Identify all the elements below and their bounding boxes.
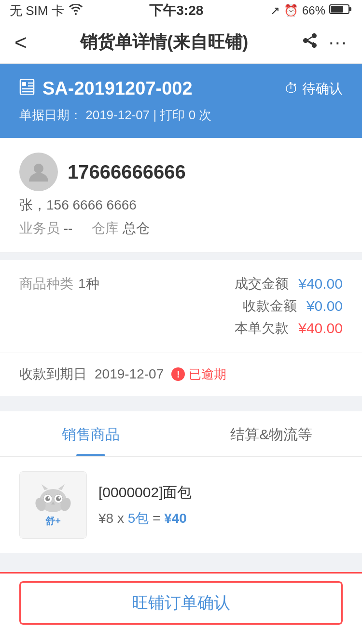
nav-bar: < 销货单详情(来自旺铺) ··· (0, 21, 362, 64)
divider-1 (0, 252, 362, 260)
nav-left: < (14, 30, 27, 55)
svg-point-14 (56, 496, 61, 501)
owed-amount: 本单欠款 ¥40.00 (235, 319, 343, 337)
status-left: 无 SIM 卡 (10, 2, 83, 19)
print-count: 0 (189, 108, 195, 122)
svg-marker-18 (42, 484, 48, 490)
status-right: ↗ ⏰ 66% (270, 3, 352, 18)
order-status: ⏱ 待确认 (285, 80, 343, 98)
svg-rect-2 (331, 6, 343, 13)
product-type-label: 商品种类 (19, 275, 73, 293)
customer-avatar (19, 153, 58, 191)
due-date-section: 收款到期日 2019-12-07 ! 已逾期 (0, 352, 362, 396)
date-label: 单据日期： (19, 108, 82, 122)
product-type-value: 1种 (78, 275, 99, 293)
svg-point-16 (58, 497, 60, 499)
wifi-icon (69, 3, 83, 18)
more-button[interactable]: ··· (329, 31, 348, 53)
print-suffix: 次 (199, 108, 211, 122)
overdue-text: 已逾期 (189, 366, 226, 383)
due-date-label: 收款到期日 (19, 365, 87, 383)
tab-settlement[interactable]: 结算&物流等 (181, 411, 362, 456)
battery-text: 66% (302, 4, 325, 17)
order-date-value: 2019-12-07 (85, 108, 150, 122)
financial-summary: 成交金额 ¥40.00 收款金额 ¥0.00 本单欠款 ¥40.00 (235, 275, 343, 337)
alarm-icon: ⏰ (284, 4, 298, 17)
product-name: [0000002]面包 (98, 483, 343, 503)
due-date-value: 2019-12-07 (95, 366, 164, 382)
order-id: SA-20191207-002 (19, 78, 193, 99)
warehouse-value: 总仓 (123, 221, 150, 236)
svg-point-13 (45, 496, 50, 501)
status-time: 下午3:28 (149, 1, 203, 20)
product-total: ¥40 (164, 511, 187, 526)
product-image: 舒+ (19, 471, 87, 539)
order-header: SA-20191207-002 ⏱ 待确认 单据日期： 2019-12-07 |… (0, 64, 362, 138)
warehouse-label: 仓库 (92, 221, 119, 236)
sales-value: -- (64, 221, 73, 236)
order-date-row: 单据日期： 2019-12-07 | 打印 0 次 (19, 107, 343, 124)
share-button[interactable] (302, 31, 319, 53)
status-bar: 无 SIM 卡 下午3:28 ↗ ⏰ 66% (0, 0, 362, 21)
tab-products[interactable]: 销售商品 (0, 411, 181, 456)
svg-marker-19 (58, 484, 65, 490)
nav-right: ··· (302, 31, 348, 53)
product-section: 舒+ [0000002]面包 ¥8 x 5包 = ¥40 (0, 457, 362, 553)
product-item: 舒+ [0000002]面包 ¥8 x 5包 = ¥40 (19, 471, 343, 539)
product-info: [0000002]面包 ¥8 x 5包 = ¥40 (98, 483, 343, 528)
equals-sign: = (149, 511, 164, 526)
bottom-bar: 旺铺订单确认 (0, 572, 362, 644)
transaction-amount: 成交金额 ¥40.00 (235, 275, 343, 293)
overdue-badge: ! 已逾期 (171, 366, 226, 383)
product-qty: 5包 (128, 511, 149, 526)
transaction-value: ¥40.00 (298, 276, 343, 292)
order-status-text: 待确认 (302, 80, 343, 98)
status-clock-icon: ⏱ (285, 81, 298, 97)
product-logo: 舒+ (34, 482, 72, 528)
overdue-icon: ! (171, 367, 185, 381)
received-amount: 收款金额 ¥0.00 (243, 297, 343, 315)
tabs-header: 销售商品 结算&物流等 (0, 411, 362, 457)
summary-section: 商品种类 1种 成交金额 ¥40.00 收款金额 ¥0.00 本单欠款 ¥40.… (0, 260, 362, 352)
battery-icon (329, 3, 352, 18)
product-price: ¥8 x 5包 = ¥40 (98, 509, 343, 528)
divider-2 (0, 396, 362, 404)
customer-phone: 17666666666 (68, 161, 186, 183)
svg-rect-4 (22, 82, 26, 86)
transaction-label: 成交金额 (235, 275, 289, 293)
order-id-text: SA-20191207-002 (42, 78, 193, 99)
owed-label: 本单欠款 (235, 319, 289, 337)
sales-label: 业务员 (19, 221, 60, 236)
tabs-section: 销售商品 结算&物流等 (0, 411, 362, 553)
svg-point-9 (34, 164, 43, 173)
product-type: 商品种类 1种 (19, 275, 99, 293)
customer-name-detail: 张，156 6666 6666 (19, 196, 343, 214)
back-button[interactable]: < (14, 30, 27, 55)
location-icon: ↗ (270, 4, 280, 17)
svg-point-15 (48, 497, 50, 499)
received-label: 收款金额 (243, 297, 297, 315)
print-label: | 打印 (153, 108, 185, 122)
received-value: ¥0.00 (306, 298, 343, 314)
price-prefix: ¥8 x (98, 511, 128, 526)
customer-section: 17666666666 张，156 6666 6666 业务员 -- 仓库 总仓 (0, 138, 362, 252)
nav-title: 销货单详情(来自旺铺) (80, 30, 248, 54)
owed-value: ¥40.00 (298, 320, 343, 336)
carrier-text: 无 SIM 卡 (10, 2, 64, 19)
confirm-order-button[interactable]: 旺铺订单确认 (19, 581, 343, 625)
svg-rect-1 (349, 7, 351, 11)
customer-meta: 业务员 -- 仓库 总仓 (19, 219, 343, 238)
order-icon (19, 78, 37, 99)
